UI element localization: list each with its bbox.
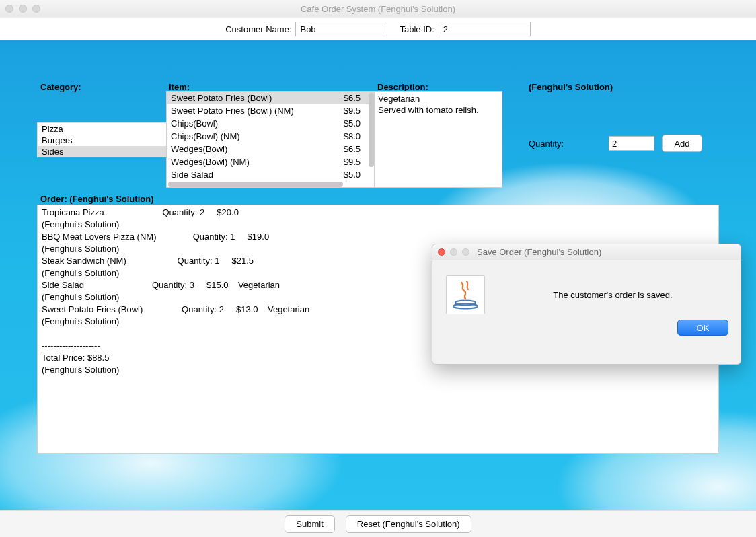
traffic-lights <box>5 5 40 13</box>
item-name: Sweet Potato Fries (Bowl) <box>171 92 272 104</box>
save-order-dialog: Save Order (Fenghui's Solution) The cust… <box>432 244 741 365</box>
description-box: Vegetarian Served with tomato relish. <box>375 91 502 188</box>
item-price: $5.0 <box>344 168 361 180</box>
item-name: Side Salad <box>171 168 213 180</box>
item-row[interactable]: Side Salad$5.0 <box>167 168 374 180</box>
zoom-window-icon[interactable] <box>32 5 40 13</box>
category-list[interactable]: PizzaBurgersSides <box>37 122 168 157</box>
reset-button[interactable]: Reset (Fenghui's Solution) <box>346 515 471 533</box>
solution-tag: (Fenghui's Solution) <box>529 82 613 92</box>
window-title: Cafe Order System (Fenghui's Solution) <box>0 4 756 14</box>
dialog-minimize-icon <box>450 248 457 256</box>
description-line: Vegetarian <box>378 93 499 104</box>
table-id-input[interactable] <box>439 22 531 36</box>
add-button[interactable]: Add <box>662 135 702 152</box>
footer-bar: Submit Reset (Fenghui's Solution) <box>0 510 756 537</box>
dialog-ok-button[interactable]: OK <box>677 320 728 336</box>
customer-name-label: Customer Name: <box>225 24 291 34</box>
item-row[interactable]: Chips(Bowl) (NM)$8.0 <box>167 130 374 143</box>
item-price: $5.0 <box>344 117 361 130</box>
customer-name-input[interactable] <box>295 22 387 36</box>
item-price: $9.5 <box>344 155 361 168</box>
customer-form-row: Customer Name: Table ID: <box>0 17 756 40</box>
item-vertical-scrollbar[interactable] <box>369 93 374 180</box>
item-row[interactable]: Wedges(Bowl)$6.5 <box>167 143 374 155</box>
dialog-titlebar: Save Order (Fenghui's Solution) <box>432 244 741 260</box>
window-titlebar: Cafe Order System (Fenghui's Solution) <box>0 0 756 17</box>
category-heading: Category: <box>40 82 81 92</box>
close-window-icon[interactable] <box>5 5 13 13</box>
category-row[interactable]: Sides <box>38 146 167 157</box>
item-row[interactable]: Wedges(Bowl) (NM)$9.5 <box>167 155 374 168</box>
dialog-title: Save Order (Fenghui's Solution) <box>477 247 741 257</box>
java-icon <box>446 275 485 314</box>
minimize-window-icon[interactable] <box>19 5 27 13</box>
main-area: Category: Item: Description: (Fenghui's … <box>0 40 756 510</box>
table-id-label: Table ID: <box>400 24 434 34</box>
quantity-input[interactable] <box>609 136 654 151</box>
item-name: Sweet Potato Fries (Bowl) (NM) <box>171 104 294 117</box>
item-list[interactable]: Sweet Potato Fries (Bowl)$6.5Sweet Potat… <box>166 91 375 188</box>
item-price: $8.0 <box>344 130 361 143</box>
item-row[interactable]: Sweet Potato Fries (Bowl) (NM)$9.5 <box>167 104 374 117</box>
quantity-label: Quantity: <box>529 139 564 149</box>
item-row[interactable]: Chips(Bowl)$5.0 <box>167 117 374 130</box>
item-price: $6.5 <box>344 92 361 104</box>
item-name: Chips(Bowl) <box>171 117 218 130</box>
category-row[interactable]: Burgers <box>38 135 167 146</box>
item-name: Wedges(Bowl) <box>171 143 227 155</box>
item-price: $6.5 <box>344 143 361 155</box>
item-row[interactable]: Sweet Potato Fries (Bowl)$6.5 <box>167 92 374 104</box>
item-name: Chips(Bowl) (NM) <box>171 130 240 143</box>
dialog-zoom-icon <box>462 248 469 256</box>
item-price: $9.5 <box>344 104 361 117</box>
dialog-close-icon[interactable] <box>438 248 445 256</box>
dialog-message: The customer's order is saved. <box>498 290 727 300</box>
submit-button[interactable]: Submit <box>285 515 334 533</box>
description-line: Served with tomato relish. <box>378 104 499 116</box>
item-name: Wedges(Bowl) (NM) <box>171 155 250 168</box>
category-row[interactable]: Pizza <box>38 123 167 135</box>
item-horizontal-scrollbar[interactable] <box>168 182 367 187</box>
order-heading: Order: (Fenghui's Solution) <box>40 194 153 204</box>
